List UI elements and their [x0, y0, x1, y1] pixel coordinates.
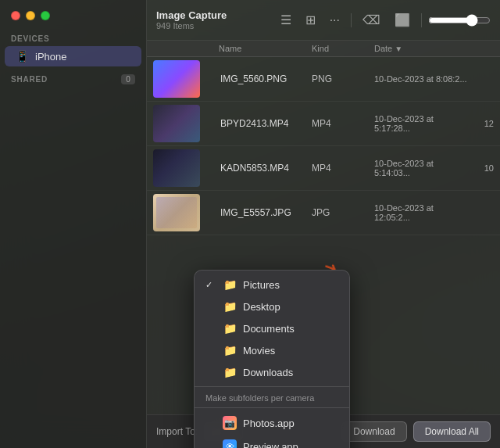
item-count: 949 Items	[156, 21, 270, 30]
file-thumbnail	[153, 194, 200, 231]
file-name: IMG_E5557.JPG	[216, 207, 312, 218]
import-to-dropdown: ✓ 📁 Pictures 📁 Desktop 📁 Documents 📁 Mov…	[194, 270, 350, 448]
dropdown-item-label: Downloads	[243, 367, 293, 378]
share-button[interactable]: ⬜	[390, 9, 415, 30]
table-row[interactable]: KADN5853.MP4 MP4 10-Dec-2023 at 5:14:03.…	[147, 146, 500, 191]
file-size: 10	[470, 163, 494, 173]
dropdown-separator-1	[195, 386, 349, 387]
col-size-header	[470, 44, 494, 53]
dropdown-item-pictures[interactable]: ✓ 📁 Pictures	[195, 274, 349, 296]
grid-view-button[interactable]: ⊞	[301, 9, 320, 30]
list-view-button[interactable]: ☰	[276, 9, 296, 30]
photos-app-icon: 📷	[223, 416, 237, 430]
dropdown-item-label: Pictures	[243, 279, 280, 291]
col-date-header[interactable]: Date ▼	[374, 44, 470, 53]
folder-icon: 📁	[223, 278, 237, 291]
table-row[interactable]: IMG_E5557.JPG JPG 10-Dec-2023 at 12:05:2…	[147, 191, 500, 235]
file-list-header: Name Kind Date ▼	[147, 41, 500, 57]
iphone-icon: 📱	[16, 50, 29, 63]
table-row[interactable]: BPYD2413.MP4 MP4 10-Dec-2023 at 5:17:28.…	[147, 102, 500, 146]
dropdown-item-label: Movies	[243, 345, 275, 357]
file-name: BPYD2413.MP4	[216, 118, 312, 129]
file-date: 10-Dec-2023 at 5:14:03...	[374, 159, 470, 177]
file-kind: MP4	[312, 118, 374, 129]
dropdown-item-desktop[interactable]: 📁 Desktop	[195, 296, 349, 317]
col-name-header: Name	[216, 44, 312, 53]
file-thumbnail	[153, 149, 200, 187]
fullscreen-button[interactable]	[41, 11, 50, 20]
dropdown-item-documents[interactable]: 📁 Documents	[195, 317, 349, 339]
file-thumbnail	[153, 105, 200, 142]
toolbar: Image Capture 949 Items ☰ ⊞ ··· ⌫ ⬜	[147, 0, 500, 41]
dropdown-item-downloads[interactable]: 📁 Downloads	[195, 361, 349, 383]
close-button[interactable]	[11, 11, 20, 20]
download-all-button[interactable]: Download All	[413, 421, 491, 442]
table-row[interactable]: IMG_5560.PNG PNG 10-Dec-2023 at 8:08:2..…	[147, 57, 500, 102]
zoom-slider[interactable]	[428, 14, 491, 27]
dropdown-item-label: Preview.app	[243, 441, 298, 449]
folder-icon: 📁	[223, 366, 237, 378]
toolbar-title-area: Image Capture 949 Items	[156, 9, 270, 31]
dropdown-item-photos[interactable]: 📷 Photos.app	[195, 411, 349, 435]
preview-app-icon: 👁	[223, 439, 237, 448]
dropdown-item-movies[interactable]: 📁 Movies	[195, 339, 349, 361]
file-date: 10-Dec-2023 at 8:08:2...	[374, 74, 470, 84]
minimize-button[interactable]	[26, 11, 35, 20]
dropdown-section-label: Make subfolders per camera	[195, 390, 349, 404]
dropdown-item-label: Desktop	[243, 301, 280, 313]
toolbar-separator-2	[421, 13, 422, 27]
file-name: IMG_5560.PNG	[216, 73, 312, 84]
toolbar-buttons: ☰ ⊞ ··· ⌫ ⬜	[276, 9, 491, 30]
file-kind: PNG	[312, 73, 374, 84]
app-title: Image Capture	[156, 9, 270, 22]
traffic-lights	[0, 0, 146, 28]
more-options-button[interactable]: ···	[325, 10, 345, 30]
shared-section: SHARED 0	[0, 70, 146, 89]
folder-icon: 📁	[223, 344, 237, 357]
file-name: KADN5853.MP4	[216, 163, 312, 174]
col-kind-header: Kind	[312, 44, 374, 53]
dropdown-item-label: Documents	[243, 323, 295, 335]
shared-badge: 0	[121, 74, 135, 84]
file-kind: JPG	[312, 207, 374, 218]
file-kind: MP4	[312, 163, 374, 174]
sidebar-item-iphone[interactable]: 📱 iPhone	[5, 46, 141, 66]
file-date: 10-Dec-2023 at 5:17:28...	[374, 114, 470, 133]
dropdown-item-label: Photos.app	[243, 418, 295, 429]
sort-arrow: ▼	[395, 45, 402, 53]
shared-label: SHARED	[11, 75, 48, 84]
delete-button[interactable]: ⌫	[358, 9, 385, 30]
dropdown-item-preview[interactable]: 👁 Preview.app	[195, 435, 349, 448]
file-thumbnail	[153, 60, 200, 98]
checkmark-icon: ✓	[205, 280, 216, 290]
devices-section-label: DEVICES	[0, 28, 146, 46]
file-date: 10-Dec-2023 at 12:05:2...	[374, 203, 470, 222]
file-size: 12	[470, 119, 494, 128]
sidebar: DEVICES 📱 iPhone SHARED 0	[0, 0, 147, 448]
dropdown-separator-2	[195, 407, 349, 408]
folder-icon: 📁	[223, 322, 237, 335]
toolbar-separator	[351, 13, 352, 27]
download-button[interactable]: Download	[341, 421, 406, 442]
import-to-label: Import To:	[156, 426, 198, 437]
iphone-label: iPhone	[35, 51, 66, 63]
folder-icon: 📁	[223, 300, 237, 313]
